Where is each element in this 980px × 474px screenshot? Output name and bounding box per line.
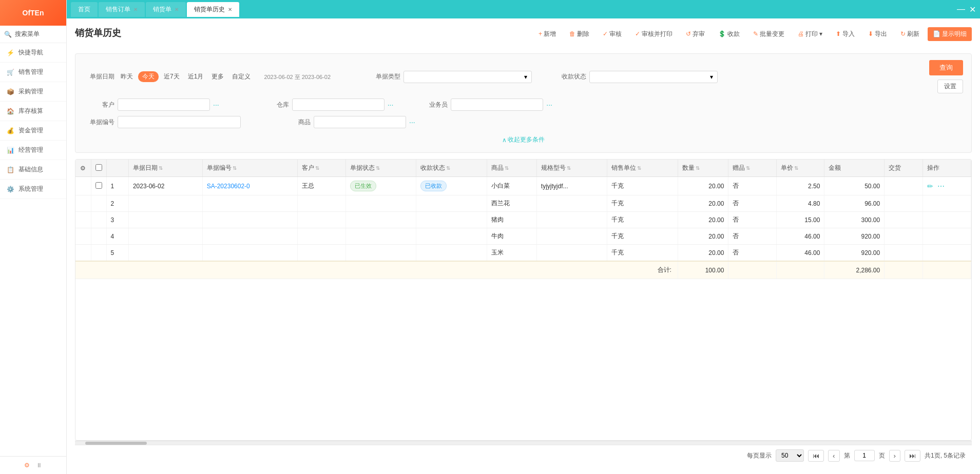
cell-operation-4 [923,245,971,262]
import-button[interactable]: ⬆ 导入 [831,27,860,41]
cell-checkbox-1[interactable] [91,195,106,212]
col-doc-status[interactable]: 单据状态⇅ [345,160,416,177]
cell-checkbox-4[interactable] [91,245,106,262]
refresh-button[interactable]: ↻ 刷新 [895,27,925,41]
customer-input[interactable] [118,98,210,111]
tab-home[interactable]: 首页 [71,2,98,17]
minimize-icon[interactable]: — [957,5,965,14]
collapse-btn[interactable]: ∧ 收起更多条件 [84,133,963,146]
close-sales-order-icon[interactable]: ✕ [133,7,138,12]
select-all-checkbox[interactable] [95,164,102,171]
product-ellipsis[interactable]: ··· [409,118,415,126]
tab-sale-invoice[interactable]: 销货单 ✕ [146,2,186,17]
col-gift[interactable]: 赠品⇅ [728,160,777,177]
cell-customer-4 [298,245,346,262]
audit-print-button[interactable]: ✓ 审核并打印 [630,27,678,41]
doc-no-input[interactable] [118,116,241,128]
collect-button[interactable]: 💲 收款 [713,27,745,41]
date-more[interactable]: 更多 [208,71,227,82]
col-amount[interactable]: 金额 [824,160,885,177]
tab-sale-history[interactable]: 销货单历史 ✕ [187,2,239,17]
batch-change-button[interactable]: ✎ 批量变更 [748,27,790,41]
last-page-button[interactable]: ⏭ [905,450,920,462]
date-today[interactable]: 今天 [138,71,159,82]
filter-doc-no: 单据编号 [84,116,241,128]
print-button[interactable]: 🖨 打印 ▾ [793,27,828,41]
next-page-button[interactable]: › [889,450,900,462]
salesperson-ellipsis[interactable]: ··· [546,101,552,109]
sidebar-item-ops-mgmt[interactable]: 📊 经营管理 [0,141,66,160]
date-7days[interactable]: 近7天 [161,71,183,82]
col-doc-date[interactable]: 单据日期⇅ [128,160,202,177]
sidebar-item-purchase-mgmt[interactable]: 📦 采购管理 [0,82,66,102]
import-icon: ⬆ [836,30,841,37]
settings-icon[interactable]: ⚙ [24,462,30,469]
cell-spec-3 [536,228,607,245]
cell-settings-0 [75,177,91,195]
col-transaction[interactable]: 交货 [885,160,923,177]
sidebar-search[interactable]: 🔍 搜索菜单 [0,26,66,43]
main-area: 首页 销售订单 ✕ 销货单 ✕ 销货单历史 ✕ — ✕ 销货单历史 + 新增 [67,0,980,474]
prev-page-button[interactable]: ‹ [828,450,839,462]
per-page-select[interactable]: 50 100 200 [776,449,804,462]
col-customer[interactable]: 客户⇅ [298,160,346,177]
more-op-icon[interactable]: ⋯ [937,182,945,190]
col-settings[interactable]: ⚙ [75,160,91,177]
audit-button[interactable]: ✓ 审核 [598,27,627,41]
col-payment-status[interactable]: 收款状态⇅ [416,160,487,177]
col-product[interactable]: 商品⇅ [487,160,536,177]
doc-type-select[interactable]: ▾ [403,71,532,83]
cell-checkbox-3[interactable] [91,228,106,245]
first-page-button[interactable]: ⏮ [808,450,824,462]
close-sale-invoice-icon[interactable]: ✕ [175,7,179,12]
salesperson-input[interactable] [451,98,543,111]
settings-button[interactable]: 设置 [937,80,963,93]
close-sale-history-icon[interactable]: ✕ [228,7,232,12]
filter-customer: 客户 ··· [84,98,219,111]
product-input[interactable] [314,116,406,128]
sidebar-item-sys-mgmt[interactable]: ⚙️ 系统管理 [0,180,66,199]
sort-doc-date-icon: ⇅ [159,165,163,171]
date-1month[interactable]: 近1月 [185,71,207,82]
date-custom[interactable]: 自定义 [229,71,254,82]
sort-doc-no-icon: ⇅ [233,165,237,171]
col-unit[interactable]: 销售单位⇅ [607,160,678,177]
search-icon: 🔍 [4,31,12,38]
cell-doc-no-0[interactable]: SA-20230602-0 [202,177,297,195]
sidebar-item-inventory-calc[interactable]: 🏠 库存核算 [0,102,66,121]
sidebar-item-basic-info[interactable]: 📋 基础信息 [0,160,66,180]
cell-checkbox-0[interactable] [91,177,106,195]
col-checkbox[interactable] [91,160,106,177]
cell-checkbox-2[interactable] [91,212,106,228]
sort-customer-icon: ⇅ [315,165,319,171]
col-qty[interactable]: 数量⇅ [678,160,728,177]
sort-doc-status-icon: ⇅ [376,165,380,171]
warehouse-ellipsis[interactable]: ··· [388,101,394,109]
export-button[interactable]: ⬇ 导出 [863,27,892,41]
edit-icon[interactable]: ✏ [927,182,933,190]
current-page-input[interactable] [854,450,875,461]
abandon-button[interactable]: ↺ 弃审 [681,27,710,41]
add-button[interactable]: + 新增 [533,27,561,41]
pause-icon[interactable]: ⏸ [36,462,42,469]
col-unit-price[interactable]: 单价⇅ [776,160,824,177]
delete-button[interactable]: 🗑 删除 [564,27,594,41]
row-checkbox-0[interactable] [95,182,102,189]
customer-ellipsis[interactable]: ··· [213,101,219,109]
sidebar-item-finance-mgmt[interactable]: 💰 资金管理 [0,121,66,141]
warehouse-input[interactable] [292,98,385,111]
date-yesterday[interactable]: 昨天 [118,71,136,82]
col-doc-no[interactable]: 单据编号⇅ [202,160,297,177]
col-spec[interactable]: 规格型号⇅ [536,160,607,177]
sidebar-item-quick-nav[interactable]: ⚡ 快捷导航 [0,43,66,63]
horizontal-scrollbar[interactable] [75,441,972,445]
cell-unit-4: 千克 [607,245,678,262]
sidebar-item-sales-mgmt[interactable]: 🛒 销售管理 [0,63,66,82]
scrollbar-thumb[interactable] [85,442,147,445]
payment-status-select[interactable]: ▾ [589,71,718,83]
print-dropdown-icon: ▾ [819,30,822,37]
query-button[interactable]: 查询 [929,60,963,75]
tab-sales-order[interactable]: 销售订单 ✕ [99,2,145,17]
close-window-icon[interactable]: ✕ [969,5,976,14]
show-detail-button[interactable]: 📄 显示明细 [928,27,972,41]
